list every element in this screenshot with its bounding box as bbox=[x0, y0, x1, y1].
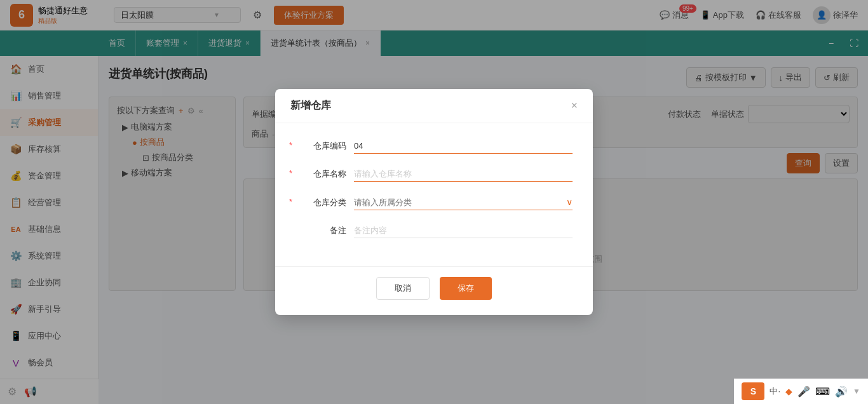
warehouse-code-label: 仓库编码 bbox=[295, 140, 346, 152]
chevron-down-icon[interactable]: ▼ bbox=[853, 387, 860, 396]
s-logo: S bbox=[742, 382, 764, 400]
warehouse-category-select[interactable]: ∨ bbox=[354, 194, 573, 210]
warehouse-note-input[interactable] bbox=[354, 223, 573, 238]
warehouse-category-label: 仓库分类 bbox=[295, 197, 346, 208]
warehouse-name-input[interactable] bbox=[354, 166, 573, 182]
dialog-header: 新增仓库 × bbox=[275, 89, 593, 123]
warehouse-code-row: 仓库编码 bbox=[295, 138, 573, 154]
keyboard-icon[interactable]: ⌨ bbox=[815, 386, 830, 398]
category-dropdown-icon: ∨ bbox=[566, 197, 573, 207]
add-warehouse-dialog: 新增仓库 × 仓库编码 仓库名称 仓库分类 ∨ bbox=[275, 89, 593, 315]
warehouse-note-row: 备注 bbox=[295, 223, 573, 238]
warehouse-name-label: 仓库名称 bbox=[295, 168, 346, 180]
save-button[interactable]: 保存 bbox=[440, 277, 492, 300]
dialog-title: 新增仓库 bbox=[290, 99, 331, 112]
mic-icon[interactable]: 🎤 bbox=[797, 386, 810, 398]
input-method-label[interactable]: 中· bbox=[770, 386, 780, 397]
category-input[interactable] bbox=[354, 198, 566, 207]
dot-icon[interactable]: ◆ bbox=[785, 386, 792, 396]
warehouse-category-row: 仓库分类 ∨ bbox=[295, 194, 573, 210]
dialog-close-button[interactable]: × bbox=[571, 99, 578, 112]
speaker-icon[interactable]: 🔊 bbox=[835, 386, 848, 398]
warehouse-note-label: 备注 bbox=[295, 225, 346, 236]
dialog-footer: 取消 保存 bbox=[275, 266, 593, 315]
dialog-body: 仓库编码 仓库名称 仓库分类 ∨ 备注 bbox=[275, 123, 593, 266]
bottom-right-bar: S 中· ◆ 🎤 ⌨ 🔊 ▼ bbox=[734, 379, 868, 404]
warehouse-code-input[interactable] bbox=[354, 138, 573, 154]
warehouse-name-row: 仓库名称 bbox=[295, 166, 573, 182]
modal-overlay: 新增仓库 × 仓库编码 仓库名称 仓库分类 ∨ bbox=[0, 0, 868, 404]
cancel-button[interactable]: 取消 bbox=[376, 277, 430, 300]
